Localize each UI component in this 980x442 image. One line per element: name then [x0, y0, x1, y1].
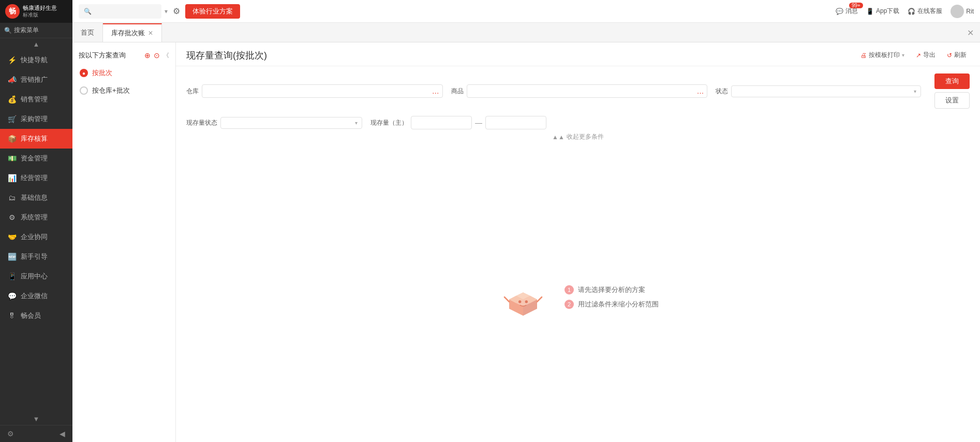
plan-warehouse-batch-label: 按仓库+批次 [92, 86, 130, 95]
sidebar-item-quicknav-label: 快捷导航 [21, 55, 48, 65]
stock-amount-field: 现存量（主） — [370, 116, 546, 129]
filter-settings-btn[interactable]: 设置 [934, 92, 970, 109]
empty-tips: 1 请先选择要分析的方案 2 用过滤条件来缩小分析范围 [565, 285, 659, 309]
scroll-down-btn[interactable]: ▼ [0, 413, 72, 425]
topbar-search-box[interactable]: 🔍 [79, 4, 161, 19]
tip-num-1: 1 [565, 285, 574, 294]
tab-inventory-batch-label: 库存批次账 [111, 28, 145, 38]
svg-point-6 [518, 300, 521, 303]
right-panel: 现存量查询(按批次) 🖨 按模板打印 ▾ ↗ 导出 ↺ 刷新 [176, 42, 980, 442]
topbar-chevron-icon[interactable]: ▾ [165, 8, 168, 15]
sidebar-item-newguide-label: 新手引导 [21, 252, 48, 261]
query-btn[interactable]: 查询 [934, 73, 970, 89]
export-btn[interactable]: ↗ 导出 [913, 49, 939, 62]
svg-line-8 [504, 297, 509, 302]
user-name: Rit [966, 8, 974, 15]
plan-active-indicator: ● [80, 69, 88, 77]
warehouse-label: 仓库 [186, 87, 199, 96]
online-service-btn[interactable]: 🎧 在线客服 [908, 7, 942, 16]
topbar-gear-icon[interactable]: ⚙ [171, 4, 182, 18]
sidebar-item-marketing-label: 营销推广 [21, 75, 48, 84]
add-plan-icon[interactable]: ⊕ [144, 51, 151, 60]
user-menu-btn[interactable]: Rit [951, 5, 974, 18]
tabbar: 首页 库存批次账 ✕ ✕ [72, 23, 980, 42]
message-btn[interactable]: 💬 消息 99+ [836, 7, 858, 16]
sidebar-item-operations[interactable]: 📊 经营管理 [0, 168, 72, 188]
app-subtitle: 标准版 [23, 11, 57, 19]
refresh-icon: ↺ [947, 52, 952, 59]
search-menu-item[interactable]: 🔍 搜索菜单 [0, 23, 72, 38]
system-icon: ⚙ [7, 213, 17, 222]
sidebar-item-vip[interactable]: 🎖 畅会员 [0, 306, 72, 326]
topbar-search-input[interactable] [94, 8, 156, 15]
sidebar-item-finance[interactable]: 💵 资金管理 [0, 149, 72, 168]
app-download-label: App下载 [876, 7, 899, 16]
operations-icon: 📊 [7, 173, 17, 183]
collapse-filters-btn[interactable]: ▲▲ 收起更多条件 [186, 129, 970, 144]
warehouse-input[interactable] [202, 85, 429, 97]
sidebar-nav: ⚡ 快捷导航 📣 营销推广 💰 销售管理 🛒 采购管理 📦 库存核算 💵 资金管… [0, 50, 72, 413]
sidebar-item-quicknav[interactable]: ⚡ 快捷导航 [0, 50, 72, 70]
plan-item-warehouse-batch[interactable]: 按仓库+批次 [72, 82, 175, 99]
sidebar-item-inventory-label: 库存核算 [21, 134, 48, 143]
topbar-left: 🔍 ▾ ⚙ 体验行业方案 [79, 4, 831, 19]
scroll-up-btn[interactable]: ▲ [0, 38, 72, 50]
left-panel-header: 按以下方案查询 ⊕ ⊙ 《 [72, 48, 175, 64]
warehouse-ellipsis-btn[interactable]: … [429, 87, 442, 95]
sidebar-item-wechat[interactable]: 💬 企业微信 [0, 286, 72, 306]
search-icon-top: 🔍 [84, 8, 92, 15]
refresh-btn[interactable]: ↺ 刷新 [944, 49, 970, 62]
print-icon: 🖨 [860, 52, 867, 59]
manage-plan-icon[interactable]: ⊙ [154, 51, 160, 60]
sidebar-item-finance-label: 资金管理 [21, 154, 48, 163]
app-download-btn[interactable]: 📱 App下载 [866, 7, 899, 16]
tab-home[interactable]: 首页 [72, 23, 103, 42]
tab-close-btn[interactable]: ✕ [148, 30, 153, 37]
sidebar-item-inventory[interactable]: 📦 库存核算 [0, 129, 72, 149]
print-dropdown-icon[interactable]: ▾ [902, 52, 904, 58]
goods-input-wrap[interactable]: … [467, 84, 708, 98]
tabbar-close-icon[interactable]: ✕ [967, 27, 974, 37]
page-actions: 🖨 按模板打印 ▾ ↗ 导出 ↺ 刷新 [857, 49, 970, 62]
content-area: 按以下方案查询 ⊕ ⊙ 《 ● 按批次 按仓库+批次 现存量查询(按批次) [72, 42, 980, 442]
sidebar-item-base[interactable]: 🗂 基础信息 [0, 188, 72, 208]
tip-1-text: 请先选择要分析的方案 [578, 285, 645, 294]
status-select-chevron: ▾ [914, 89, 916, 94]
tip-2-text: 用过滤条件来缩小分析范围 [578, 300, 659, 309]
experience-btn[interactable]: 体验行业方案 [185, 4, 240, 19]
sidebar-item-appcenter-label: 应用中心 [21, 272, 48, 281]
plan-batch-label: 按批次 [92, 68, 112, 78]
collapse-sidebar-btn[interactable]: ◀ [60, 430, 65, 438]
message-icon: 💬 [836, 8, 843, 15]
goods-input[interactable] [467, 85, 694, 97]
settings-footer-btn[interactable]: ⚙ [7, 430, 14, 438]
export-icon: ↗ [916, 52, 921, 59]
stock-amount-to[interactable] [485, 116, 546, 129]
goods-ellipsis-btn[interactable]: … [693, 87, 707, 95]
sidebar-item-purchase[interactable]: 🛒 采购管理 [0, 109, 72, 129]
marketing-icon: 📣 [7, 75, 17, 84]
sidebar-item-marketing[interactable]: 📣 营销推广 [0, 70, 72, 90]
sidebar-item-enterprise[interactable]: 🤝 企业协同 [0, 227, 72, 247]
newguide-icon: 🆕 [7, 252, 17, 261]
plan-item-batch[interactable]: ● 按批次 [72, 64, 175, 82]
left-panel-title: 按以下方案查询 [79, 51, 126, 60]
warehouse-input-wrap[interactable]: … [202, 84, 443, 98]
wechat-icon: 💬 [7, 291, 17, 301]
sidebar-item-system[interactable]: ⚙ 系统管理 [0, 208, 72, 227]
sidebar-item-system-label: 系统管理 [21, 213, 48, 222]
stock-status-select[interactable]: ▾ [220, 117, 362, 129]
tab-inventory-batch[interactable]: 库存批次账 ✕ [103, 23, 162, 42]
filter-row-1: 仓库 … 商品 … 状态 [186, 73, 970, 109]
message-badge: 99+ [849, 3, 863, 8]
filter-row-2: 现存量状态 ▾ 现存量（主） — [186, 116, 970, 129]
sidebar-item-appcenter[interactable]: 📱 应用中心 [0, 267, 72, 286]
sidebar-item-enterprise-label: 企业协同 [21, 232, 48, 242]
print-btn[interactable]: 🖨 按模板打印 ▾ [857, 49, 908, 62]
empty-tip-1: 1 请先选择要分析的方案 [565, 285, 659, 294]
sidebar-item-newguide[interactable]: 🆕 新手引导 [0, 247, 72, 267]
stock-amount-from[interactable] [411, 116, 472, 129]
sidebar-item-sales[interactable]: 💰 销售管理 [0, 90, 72, 109]
status-select[interactable]: ▾ [731, 85, 921, 97]
collapse-panel-icon[interactable]: 《 [163, 51, 169, 60]
